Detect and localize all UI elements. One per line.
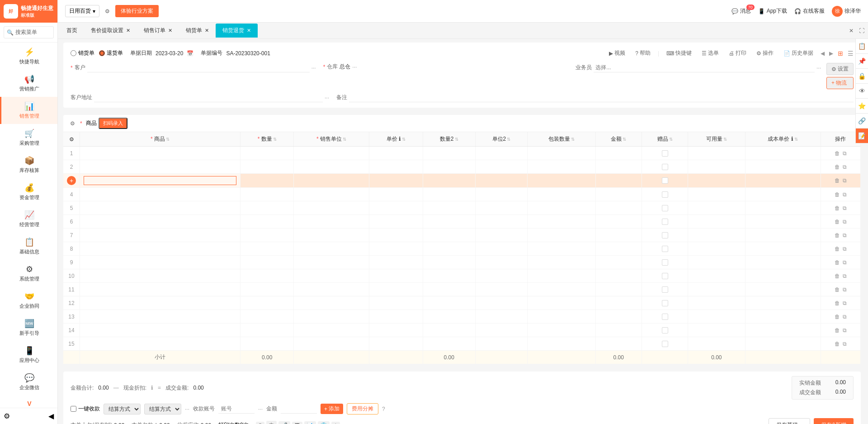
sidebar-item-app-center[interactable]: 📱 应用中心 <box>0 341 57 368</box>
next-icon[interactable]: ▶ <box>829 50 833 57</box>
gift-checkbox[interactable] <box>662 177 668 184</box>
unit2-cell[interactable] <box>475 160 528 174</box>
gift-cell[interactable] <box>642 160 688 174</box>
add-row-button[interactable]: + <box>67 176 76 185</box>
sidebar-item-purchase[interactable]: 🛒 采购管理 <box>0 124 57 151</box>
copy-row-icon[interactable]: ⧉ <box>843 191 847 198</box>
gift-checkbox[interactable] <box>662 327 668 333</box>
radio-return[interactable]: 退货单 <box>99 49 123 57</box>
add-payment-button[interactable]: + 添加 <box>321 404 343 414</box>
sidebar-item-wechat[interactable]: 💬 企业微信 <box>0 368 57 395</box>
tab-sales[interactable]: 销货单 ✕ <box>179 24 216 38</box>
delete-row-icon[interactable]: 🗑 <box>835 327 840 333</box>
right-panel-btn-2[interactable]: 📌 <box>856 54 868 69</box>
experience-button[interactable]: 体验行业方案 <box>115 5 159 17</box>
tab-close-icon[interactable]: ✕ <box>168 28 172 33</box>
copy-row-icon[interactable]: ⧉ <box>843 259 847 266</box>
cost-price-cell[interactable] <box>745 147 821 160</box>
stat-2-help[interactable]: ℹ <box>155 422 157 424</box>
available-cell[interactable] <box>688 174 745 188</box>
delete-row-icon[interactable]: 🗑 <box>835 177 840 184</box>
sidebar-item-enterprise[interactable]: 🤝 企业协同 <box>0 287 57 314</box>
copy-row-icon[interactable]: ⧉ <box>843 232 847 238</box>
qty2-cell[interactable] <box>423 160 475 174</box>
qty2-cell[interactable] <box>423 174 475 188</box>
discount-help-icon[interactable]: ℹ <box>151 385 153 391</box>
sidebar-item-operations[interactable]: 📈 经营管理 <box>0 205 57 233</box>
qty-cell[interactable] <box>240 160 293 174</box>
copy-row-icon[interactable]: ⧉ <box>843 273 847 279</box>
copy-row-icon[interactable]: ⧉ <box>843 327 847 333</box>
amount-cell[interactable] <box>595 160 642 174</box>
goods-cell[interactable] <box>80 147 241 160</box>
copy-row-icon[interactable]: ⧉ <box>843 164 847 170</box>
qty2-cell[interactable] <box>423 147 475 160</box>
right-panel-btn-5[interactable]: ⭐ <box>856 99 868 114</box>
delete-row-icon[interactable]: 🗑 <box>835 191 840 198</box>
history-btn[interactable]: 📄 历史单据 <box>781 48 816 58</box>
tab-sales-order[interactable]: 销售订单 ✕ <box>137 24 179 38</box>
gift-checkbox[interactable] <box>662 246 668 252</box>
copy-row-icon[interactable]: ⧉ <box>843 177 847 184</box>
address-select-icon[interactable]: ··· <box>325 95 329 101</box>
account-input[interactable] <box>218 404 255 414</box>
sidebar-item-finance[interactable]: 💰 资金管理 <box>0 178 57 205</box>
right-panel-btn-7[interactable]: 📝 <box>856 129 868 143</box>
sidebar-item-system[interactable]: ⚙ 系统管理 <box>0 260 57 287</box>
address-input[interactable] <box>94 93 323 102</box>
cost-price-cell[interactable] <box>745 160 821 174</box>
operate-btn[interactable]: ⚙ 操作 <box>754 48 776 58</box>
right-panel-btn-1[interactable]: 📋 <box>856 39 868 54</box>
radio-return-input[interactable] <box>99 50 105 56</box>
salesperson-select-icon[interactable]: ··· <box>816 65 821 71</box>
unit-price-cell[interactable] <box>369 174 423 188</box>
fee-split-button[interactable]: 费用分摊 <box>347 403 378 414</box>
collapse-icon[interactable]: ◀ <box>48 412 54 420</box>
print-tool-zh[interactable]: 中 <box>266 421 277 424</box>
gift-cell[interactable] <box>642 147 688 160</box>
delete-row-icon[interactable]: 🗑 <box>835 300 840 306</box>
search-menu-button[interactable]: 🔍 搜索菜单 <box>4 26 54 38</box>
scan-input-button[interactable]: 扫码录入 <box>99 118 127 129</box>
industry-select[interactable]: 日用百货 ▾ <box>65 5 99 17</box>
one-key-collection-label[interactable]: 一键收款 <box>71 405 100 413</box>
print-tool-mic[interactable]: 🎤 <box>278 421 290 424</box>
amount-cell[interactable] <box>595 174 642 188</box>
goods-cell[interactable] <box>80 160 241 174</box>
calendar-icon[interactable]: 📅 <box>187 50 193 57</box>
gift-checkbox[interactable] <box>662 300 668 306</box>
delete-row-icon[interactable]: 🗑 <box>835 259 840 266</box>
copy-row-icon[interactable]: ⧉ <box>843 300 847 306</box>
cost-price-cell[interactable] <box>745 174 821 188</box>
shortcut-btn[interactable]: ⌨ 快捷键 <box>664 48 694 58</box>
help-btn[interactable]: ? 帮助 <box>632 48 653 58</box>
delete-row-icon[interactable]: 🗑 <box>835 150 840 157</box>
prev-icon[interactable]: ◀ <box>821 50 825 57</box>
amount-cell[interactable] <box>595 147 642 160</box>
gift-checkbox[interactable] <box>662 273 668 279</box>
settle-method-select[interactable]: 结算方式 <box>104 404 141 414</box>
print-tool-chart[interactable]: 📊 <box>304 421 316 424</box>
maximize-button[interactable]: ⛶ <box>857 26 866 36</box>
save-new-button[interactable]: 保存&新增 <box>814 418 854 424</box>
logistics-button[interactable]: + 物流 <box>826 77 854 89</box>
sidebar-item-newbie[interactable]: 🆕 新手引导 <box>0 314 57 341</box>
tab-close-icon[interactable]: ✕ <box>247 28 251 33</box>
gift-checkbox[interactable] <box>662 286 668 293</box>
copy-row-icon[interactable]: ⧉ <box>843 246 847 252</box>
delete-row-icon[interactable]: 🗑 <box>835 273 840 279</box>
sidebar-item-quick-nav[interactable]: ⚡ 快捷导航 <box>0 43 57 70</box>
available-cell[interactable] <box>688 160 745 174</box>
available-cell[interactable] <box>688 147 745 160</box>
gift-checkbox[interactable] <box>662 259 668 266</box>
account-select-dots[interactable]: ··· <box>258 406 263 412</box>
delete-row-icon[interactable]: 🗑 <box>835 219 840 225</box>
goods-input[interactable] <box>84 176 236 185</box>
grid-view-icon[interactable]: ⊞ <box>838 50 843 57</box>
sidebar-item-marketing[interactable]: 📢 营销推广 <box>0 70 57 97</box>
user-menu-button[interactable]: 徐 徐泽华 <box>832 6 861 17</box>
gift-cell[interactable] <box>642 174 688 188</box>
print-tool-shirt[interactable]: 👕 <box>318 421 330 424</box>
pkg-qty-cell[interactable] <box>528 147 595 160</box>
delete-row-icon[interactable]: 🗑 <box>835 341 840 347</box>
